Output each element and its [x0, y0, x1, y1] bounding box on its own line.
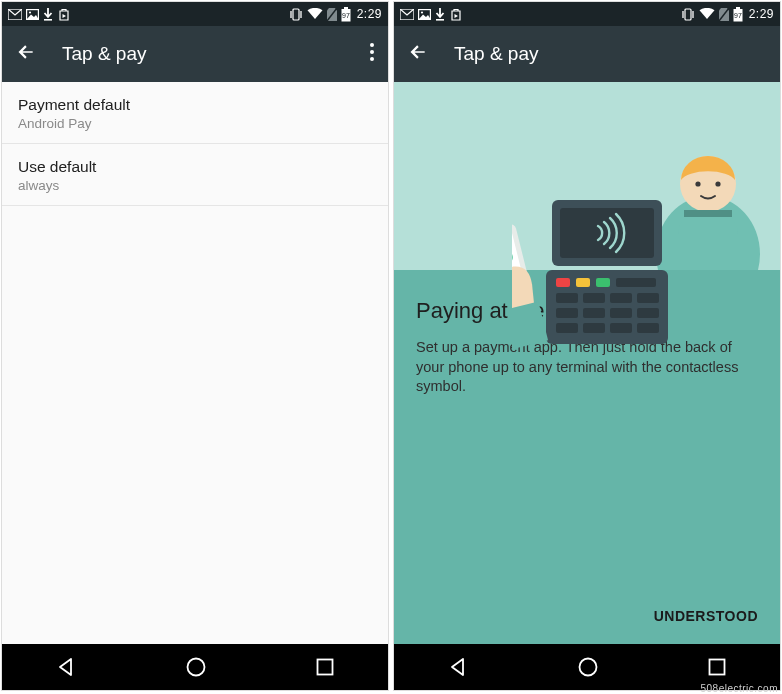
wifi-icon: [699, 8, 715, 20]
svg-rect-7: [344, 7, 348, 9]
overflow-menu-icon[interactable]: [370, 43, 374, 65]
svg-rect-52: [512, 302, 548, 352]
svg-rect-30: [560, 208, 654, 258]
svg-rect-54: [709, 660, 724, 675]
image-icon: [418, 9, 431, 20]
svg-text:97: 97: [734, 12, 742, 19]
play-store-icon: [449, 8, 463, 21]
download-icon: [435, 8, 445, 21]
svg-rect-35: [616, 278, 656, 287]
svg-rect-32: [556, 278, 570, 287]
app-bar-title: Tap & pay: [454, 43, 539, 65]
svg-point-9: [370, 43, 374, 47]
svg-rect-3: [44, 19, 52, 21]
svg-rect-24: [678, 212, 738, 270]
svg-point-27: [715, 181, 720, 186]
status-bar: 97 2:29: [394, 2, 780, 26]
svg-point-11: [370, 57, 374, 61]
svg-rect-28: [684, 210, 732, 217]
svg-rect-40: [556, 308, 578, 318]
nav-home-icon[interactable]: [577, 656, 599, 678]
list-item-title: Payment default: [18, 96, 372, 114]
use-default-item[interactable]: Use default always: [2, 144, 388, 206]
understood-button[interactable]: UNDERSTOOD: [648, 600, 764, 632]
vibrate-icon: [289, 8, 303, 21]
list-item-subtitle: always: [18, 178, 372, 193]
phone-screen-onboarding: 97 2:29 Tap & pay: [394, 2, 780, 690]
svg-rect-38: [610, 293, 632, 303]
svg-rect-13: [317, 660, 332, 675]
svg-point-12: [187, 659, 204, 676]
nav-recents-icon[interactable]: [708, 658, 726, 676]
onboarding-content: Paying at the terminal Set up a payment …: [394, 82, 780, 644]
gmail-icon: [400, 9, 414, 20]
play-store-icon: [57, 8, 71, 21]
svg-rect-44: [556, 323, 578, 333]
no-sim-icon: [327, 8, 337, 21]
svg-rect-33: [576, 278, 590, 287]
nav-back-icon[interactable]: [56, 657, 76, 677]
status-clock: 2:29: [357, 7, 382, 21]
svg-rect-34: [596, 278, 610, 287]
download-icon: [43, 8, 53, 21]
app-bar-title: Tap & pay: [62, 43, 147, 65]
svg-rect-47: [637, 323, 659, 333]
no-sim-icon: [719, 8, 729, 21]
app-bar: Tap & pay: [394, 26, 780, 82]
svg-rect-36: [556, 293, 578, 303]
svg-rect-21: [736, 7, 740, 9]
svg-rect-41: [583, 308, 605, 318]
svg-rect-4: [293, 9, 299, 20]
svg-point-26: [695, 181, 700, 186]
svg-rect-43: [637, 308, 659, 318]
battery-icon: 97: [341, 7, 351, 22]
list-item-subtitle: Android Pay: [18, 116, 372, 131]
nav-recents-icon[interactable]: [316, 658, 334, 676]
svg-point-2: [29, 11, 31, 13]
back-icon[interactable]: [408, 42, 428, 66]
list-item-title: Use default: [18, 158, 372, 176]
vibrate-icon: [681, 8, 695, 21]
battery-icon: 97: [733, 7, 743, 22]
settings-list: Payment default Android Pay Use default …: [2, 82, 388, 644]
wifi-icon: [307, 8, 323, 20]
svg-rect-18: [685, 9, 691, 20]
svg-point-53: [579, 659, 596, 676]
status-bar: 97 2:29: [2, 2, 388, 26]
svg-rect-39: [637, 293, 659, 303]
svg-rect-46: [610, 323, 632, 333]
svg-rect-17: [436, 19, 444, 21]
svg-rect-42: [610, 308, 632, 318]
svg-rect-37: [583, 293, 605, 303]
navigation-bar: [2, 644, 388, 690]
svg-point-10: [370, 50, 374, 54]
image-icon: [26, 9, 39, 20]
gmail-icon: [8, 9, 22, 20]
svg-point-16: [421, 11, 423, 13]
status-clock: 2:29: [749, 7, 774, 21]
phone-screen-settings: 97 2:29 Tap & pay Payment default Androi…: [2, 2, 388, 690]
nav-home-icon[interactable]: [185, 656, 207, 678]
card-reader-illustration: [512, 192, 682, 356]
back-icon[interactable]: [16, 42, 36, 66]
svg-rect-45: [583, 323, 605, 333]
payment-default-item[interactable]: Payment default Android Pay: [2, 82, 388, 144]
watermark: 508electric.com: [700, 683, 778, 694]
nav-back-icon[interactable]: [448, 657, 468, 677]
svg-text:97: 97: [342, 12, 350, 19]
app-bar: Tap & pay: [2, 26, 388, 82]
